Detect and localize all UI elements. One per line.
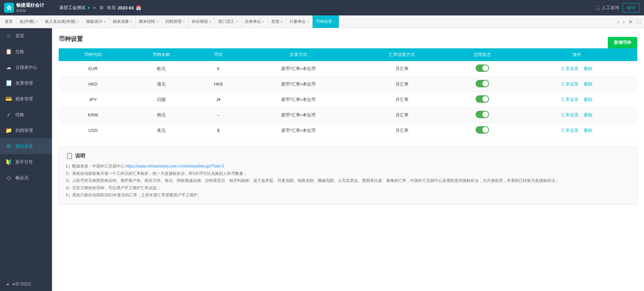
rate-setting-link-HKD[interactable]: 汇率设置 bbox=[561, 82, 579, 87]
sidebar-label-checkout: 结账 bbox=[15, 112, 24, 118]
table-row: KRW韩元--原币*汇率=本位币月汇率汇率设置删除 bbox=[59, 107, 637, 123]
settings-icon[interactable]: ⚙ bbox=[99, 5, 104, 11]
tab-模版设计[interactable]: 模版设计× bbox=[83, 15, 109, 28]
sidebar-label-home: 首页 bbox=[15, 33, 24, 39]
tab-往来单位[interactable]: 往来单位× bbox=[241, 15, 268, 28]
delete-link-JPY[interactable]: 删除 bbox=[584, 97, 593, 102]
tab-close-icon[interactable]: × bbox=[209, 20, 211, 23]
delete-link-KRW[interactable]: 删除 bbox=[584, 112, 593, 117]
delete-link-EUR[interactable]: 删除 bbox=[584, 66, 593, 71]
account-button[interactable]: 会计 bbox=[623, 3, 640, 12]
tab-存货[interactable]: 存货× bbox=[268, 15, 286, 28]
col-header-启用状态: 启用状态 bbox=[448, 48, 516, 61]
sidebar-label-invoice: 发票管理 bbox=[15, 80, 33, 86]
tab-close-icon[interactable]: × bbox=[281, 20, 283, 23]
archive-icon: 📁 bbox=[5, 127, 12, 134]
tab-期末结转[interactable]: 期末结转× bbox=[136, 15, 162, 28]
toggle-EUR[interactable] bbox=[476, 64, 489, 72]
notes-icon: 📋 bbox=[66, 152, 73, 159]
toggle-USD[interactable] bbox=[476, 126, 489, 134]
note-item-3: 3）人民币对马来西亚林吉特、俄罗斯卢布、南非兰特、韩元、阿联酋迪拉姆、沙特里亚尔… bbox=[66, 177, 630, 185]
sidebar-item-ledger[interactable]: 📋总账 bbox=[0, 44, 52, 59]
toggle-JPY[interactable] bbox=[476, 95, 489, 103]
logo-area: 会 畅捷通好会计 旗舰版 bbox=[4, 2, 56, 13]
app-name: 畅捷通好会计 bbox=[16, 2, 44, 8]
period-area: 账期 2023-03 📅 bbox=[107, 5, 141, 11]
sidebar-item-home[interactable]: ⌂首页 bbox=[0, 28, 52, 44]
rate-setting-link-KRW[interactable]: 汇率设置 bbox=[561, 112, 579, 117]
col-header-币种代码: 币种代码 bbox=[59, 48, 127, 61]
tab-close-icon[interactable]: × bbox=[262, 20, 264, 23]
rate-setting-link-USD[interactable]: 汇率设置 bbox=[561, 128, 579, 133]
period-label: 账期 bbox=[107, 5, 116, 11]
content-area: 币种设置 新增币种 币种代码币种名称币符折算方式汇率设置方式启用状态操作 EUR… bbox=[52, 28, 644, 291]
delete-link-USD[interactable]: 删除 bbox=[584, 128, 593, 133]
tab-归档管理[interactable]: 归档管理× bbox=[162, 15, 189, 28]
tab-close-icon[interactable]: × bbox=[104, 20, 106, 23]
tab-close-icon[interactable]: × bbox=[333, 20, 335, 23]
checkout-icon: ✓ bbox=[5, 111, 12, 118]
sidebar-label-member: 畅会员 bbox=[15, 175, 29, 181]
toggle-KRW[interactable] bbox=[476, 111, 489, 118]
tab-expand-button[interactable]: ⛶ bbox=[635, 18, 643, 26]
tab-科目期初[interactable]: 科目期初× bbox=[189, 15, 215, 28]
toggle-HKD[interactable] bbox=[476, 80, 489, 87]
sidebar-item-archive[interactable]: 📁归档管理 bbox=[0, 123, 52, 138]
tab-收入支出表(年报)[interactable]: 收入支出表(年报)× bbox=[42, 15, 83, 28]
app-sub: 旗舰版 bbox=[16, 8, 44, 13]
col-header-币符: 币符 bbox=[196, 48, 241, 61]
sidebar-label-ledger: 总账 bbox=[15, 49, 24, 55]
sidebar-label-tax: 税务管理 bbox=[15, 96, 33, 102]
tab-close-icon[interactable]: × bbox=[307, 20, 309, 23]
notes-section: 📋 说明 1）数据来源：中国外汇交易中心 https://www.chinamo… bbox=[59, 146, 637, 205]
tab-税表清册[interactable]: 税表清册× bbox=[109, 15, 136, 28]
topbar-right: 🎧 人工咨询 会计 bbox=[595, 3, 640, 12]
project-dropdown-icon[interactable]: ▾ bbox=[88, 5, 90, 10]
tab-close-icon[interactable]: × bbox=[36, 20, 38, 23]
new-currency-button[interactable]: 新增币种 bbox=[608, 37, 637, 48]
period-value: 2023-03 bbox=[118, 5, 134, 10]
tab-首页[interactable]: 首页 bbox=[1, 15, 16, 28]
sidebar-pin-toggle[interactable]: ◄ ◄取消固定 bbox=[0, 277, 52, 291]
tab-部门员工[interactable]: 部门员工× bbox=[215, 15, 241, 28]
sidebar-item-member[interactable]: ◇畅会员 bbox=[0, 170, 52, 186]
logo-icon: 会 bbox=[4, 3, 14, 13]
tabs-container: 首页处(中期)×收入支出表(年报)×模版设计×税表清册×期末结转×归档管理×科目… bbox=[1, 15, 615, 28]
note-item-1: 1）数据来源：中国外汇交易中心 https://www.chinamoney.c… bbox=[66, 163, 630, 170]
china-money-link[interactable]: https://www.chinamoney.com.cn/chinese/bk… bbox=[125, 164, 224, 168]
tab-next-button[interactable]: › bbox=[621, 18, 627, 26]
col-header-币种名称: 币种名称 bbox=[127, 48, 196, 61]
sidebar-item-checkout[interactable]: ✓结账 bbox=[0, 107, 52, 123]
sidebar-label-archive: 归档管理 bbox=[15, 128, 33, 134]
tab-币种设置[interactable]: 币种设置× bbox=[313, 15, 339, 28]
table-row: USD美元$原币*汇率=本位币月汇率汇率设置删除 bbox=[59, 123, 637, 138]
report-icon: ☁ bbox=[5, 64, 12, 70]
sidebar-item-tax[interactable]: 💳税务管理 bbox=[0, 91, 52, 107]
tab-处(中期)[interactable]: 处(中期)× bbox=[16, 15, 42, 28]
calendar-icon[interactable]: 📅 bbox=[136, 5, 141, 10]
project-area: 基层工会测试 ▾ ＋ ⚙ bbox=[59, 4, 104, 11]
sidebar-item-settings[interactable]: ⚙基础设置 bbox=[0, 138, 52, 154]
tab-close-icon[interactable]: × bbox=[156, 20, 158, 23]
rate-setting-link-EUR[interactable]: 汇率设置 bbox=[561, 66, 579, 71]
project-name: 基层工会测试 bbox=[59, 5, 86, 11]
tab-close-icon[interactable]: × bbox=[77, 20, 79, 23]
sidebar-item-guide[interactable]: 🔰新手引导 bbox=[0, 154, 52, 170]
note-item-5: 5）系统只能自动抓取2021年度后的汇率，之前年度汇率需要用户手工维护。 bbox=[66, 192, 630, 199]
tab-close-icon[interactable]: × bbox=[130, 20, 132, 23]
help-button[interactable]: 🎧 人工咨询 bbox=[595, 5, 619, 11]
sidebar-items: ⌂首页📋总账☁云报表中心🧾发票管理💳税务管理✓结账📁归档管理⚙基础设置🔰新手引导… bbox=[0, 28, 52, 186]
tab-计量单位[interactable]: 计量单位× bbox=[286, 15, 313, 28]
note-item-4: 4）无官方牌价的币种，可以用户手工维护汇率信息； bbox=[66, 185, 630, 192]
add-project-icon[interactable]: ＋ bbox=[92, 4, 97, 11]
tab-prev-button[interactable]: ‹ bbox=[615, 18, 621, 26]
sidebar-item-invoice[interactable]: 🧾发票管理 bbox=[0, 75, 52, 91]
tab-close-all-button[interactable]: ✕ bbox=[627, 18, 635, 26]
rate-setting-link-JPY[interactable]: 汇率设置 bbox=[561, 97, 579, 102]
page-title: 币种设置 bbox=[59, 35, 637, 43]
delete-link-HKD[interactable]: 删除 bbox=[584, 82, 593, 87]
tab-close-icon[interactable]: × bbox=[183, 20, 185, 23]
invoice-icon: 🧾 bbox=[5, 80, 12, 86]
sidebar-item-report[interactable]: ☁云报表中心 bbox=[0, 59, 52, 75]
tab-close-icon[interactable]: × bbox=[236, 20, 238, 23]
